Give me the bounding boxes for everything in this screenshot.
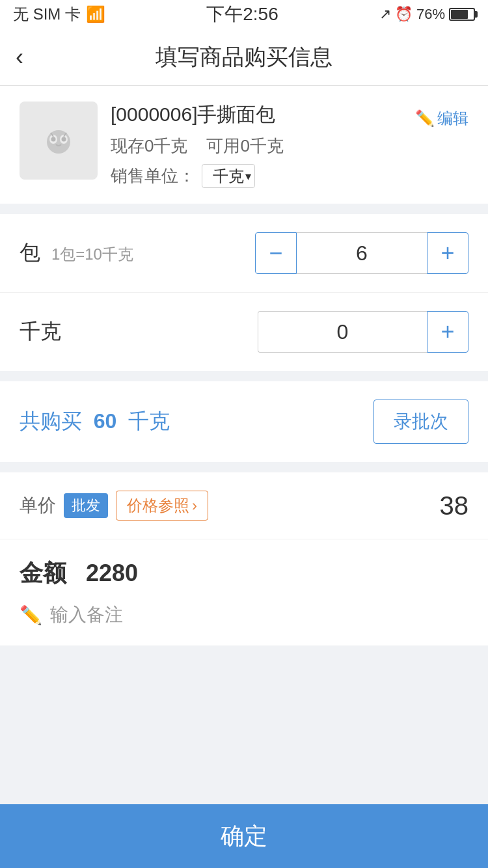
- price-section: 单价 批发 价格参照 › 38: [0, 472, 488, 539]
- price-label: 单价: [20, 493, 56, 518]
- product-unit-row: 销售单位： 千克: [111, 164, 468, 188]
- total-row: 共购买 60 千克 录批次: [0, 381, 488, 462]
- amount-value: 2280: [86, 560, 138, 586]
- total-text: 共购买 60 千克: [20, 407, 170, 436]
- amount-row: 金额 2280: [20, 558, 468, 590]
- kilogram-input[interactable]: [258, 311, 427, 353]
- nav-bar: ‹ 填写商品购买信息: [0, 29, 488, 86]
- batch-button[interactable]: 录批次: [373, 400, 468, 444]
- product-info: [0000006]手撕面包 ✏️ 编辑 现存0千克 可用0千克 销售单位： 千克: [111, 102, 468, 188]
- product-stock: 现存0千克 可用0千克: [111, 135, 468, 157]
- price-ref-arrow: ›: [192, 496, 197, 515]
- product-name: [0000006]手撕面包: [111, 102, 275, 128]
- unit-select[interactable]: 千克: [202, 164, 255, 188]
- svg-point-4: [62, 137, 66, 142]
- svg-point-3: [51, 137, 56, 142]
- note-placeholder: 输入备注: [50, 603, 123, 627]
- product-logo-icon: [39, 121, 78, 160]
- page-title: 填写商品购买信息: [156, 42, 332, 72]
- price-ref-button[interactable]: 价格参照 ›: [116, 491, 208, 521]
- price-left: 单价 批发 价格参照 ›: [20, 491, 208, 521]
- package-controls: − +: [255, 232, 468, 274]
- edit-icon: ✏️: [415, 109, 435, 128]
- status-right: ↗ ⏰ 76%: [379, 6, 475, 23]
- amount-section: 金额 2280 ✏️ 输入备注: [0, 539, 488, 645]
- carrier-text: 无 SIM 卡: [13, 4, 81, 25]
- package-row: 包 1包=10千克 − +: [0, 214, 488, 293]
- kilogram-row: 千克 +: [0, 293, 488, 371]
- confirm-button[interactable]: 确定: [0, 804, 488, 868]
- pencil-icon: ✏️: [20, 604, 42, 626]
- quantity-section: 包 1包=10千克 − + 千克 +: [0, 214, 488, 371]
- kilogram-increase-button[interactable]: +: [427, 311, 468, 353]
- product-card: [0000006]手撕面包 ✏️ 编辑 现存0千克 可用0千克 销售单位： 千克: [0, 86, 488, 204]
- confirm-button-label: 确定: [221, 821, 267, 852]
- battery-icon: [449, 8, 475, 21]
- status-bar: 无 SIM 卡 📶 下午2:56 ↗ ⏰ 76%: [0, 0, 488, 29]
- total-amount: 60: [94, 409, 117, 433]
- location-icon: ↗: [379, 6, 391, 23]
- status-carrier: 无 SIM 卡 📶: [13, 4, 105, 25]
- package-input[interactable]: [297, 232, 427, 274]
- package-sub-label: 1包=10千克: [51, 245, 133, 263]
- price-value: 38: [440, 491, 469, 521]
- alarm-icon: ⏰: [395, 6, 413, 23]
- price-tag: 批发: [64, 493, 108, 518]
- package-label: 包 1包=10千克: [20, 239, 255, 267]
- package-increase-button[interactable]: +: [427, 232, 468, 274]
- edit-button[interactable]: ✏️ 编辑: [415, 108, 468, 129]
- wifi-icon: 📶: [86, 5, 105, 23]
- package-decrease-button[interactable]: −: [255, 232, 297, 274]
- back-button[interactable]: ‹: [16, 44, 23, 71]
- battery-text: 76%: [416, 6, 445, 23]
- status-time: 下午2:56: [206, 2, 278, 27]
- note-row[interactable]: ✏️ 输入备注: [20, 603, 468, 627]
- unit-select-wrapper[interactable]: 千克: [202, 164, 255, 188]
- product-image: [20, 102, 98, 180]
- kilogram-controls: +: [258, 311, 468, 353]
- price-row: 单价 批发 价格参照 › 38: [20, 491, 468, 521]
- kilogram-label: 千克: [20, 318, 258, 346]
